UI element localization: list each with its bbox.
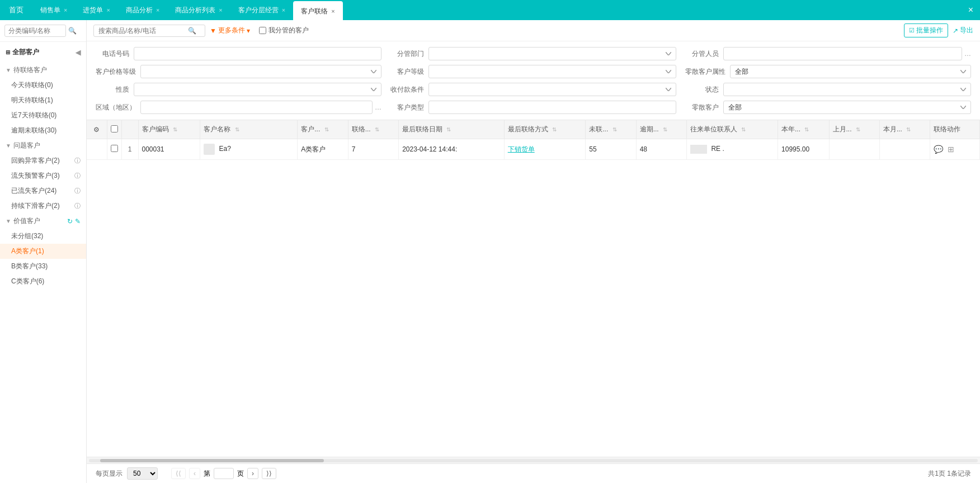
sort-code-icon[interactable]: ⇅ bbox=[173, 126, 177, 132]
content-area: 🔍 ▼ 更多条件 ▾ 我分管的客户 ☑ 批量操作 ↗ 导出 bbox=[87, 20, 980, 483]
refresh-icon[interactable]: ↻ bbox=[67, 217, 73, 225]
nav-tab-customer-segment[interactable]: 客户分层经营 × bbox=[230, 0, 293, 20]
close-analysis-list-icon[interactable]: × bbox=[219, 7, 222, 13]
filter-row-phone: 电话号码 bbox=[96, 47, 381, 60]
dept-select[interactable] bbox=[428, 47, 676, 60]
row-checkbox[interactable] bbox=[111, 145, 118, 152]
person-input[interactable] bbox=[723, 47, 962, 60]
sidebar-all-customers[interactable]: ⊞ 全部客户 ◀ bbox=[0, 44, 86, 60]
sidebar-item-churned[interactable]: 已流失客户(24) ⓘ bbox=[0, 183, 86, 198]
sidebar-search-input[interactable] bbox=[4, 25, 66, 37]
sidebar-item-class-a[interactable]: A类客户(1) bbox=[0, 244, 86, 259]
sort-tmonth-icon[interactable]: ⇅ bbox=[906, 126, 911, 132]
my-customers-checkbox[interactable]: 我分管的客户 bbox=[259, 26, 309, 35]
page-suffix: 页 bbox=[237, 469, 244, 479]
sidebar-item-tomorrow[interactable]: 明天待联络(1) bbox=[0, 93, 86, 108]
sort-unit-icon[interactable]: ⇅ bbox=[741, 126, 746, 132]
unit-contact-avatar bbox=[690, 145, 707, 154]
close-all-icon[interactable]: × bbox=[968, 5, 973, 15]
col-settings[interactable]: ⚙ bbox=[87, 120, 107, 139]
close-purchase-icon[interactable]: × bbox=[106, 7, 110, 13]
next-page-btn[interactable]: › bbox=[247, 468, 258, 479]
sidebar-item-repurchase[interactable]: 回购异常客户(2) ⓘ bbox=[0, 153, 86, 168]
chevron-down-icon: ▾ bbox=[247, 27, 250, 35]
nav-tab-analysis-list[interactable]: 商品分析列表 × bbox=[167, 0, 230, 20]
retail-attr-select[interactable]: 全部 bbox=[730, 65, 971, 78]
filter-search-icon[interactable]: 🔍 bbox=[188, 27, 196, 35]
main-layout: 🔍 ⊞ 全部客户 ◀ ▼ 待联络客户 今天待联络(0) 明天待联络(1) 近7天… bbox=[0, 20, 980, 483]
sidebar-group-value[interactable]: ▼ 价值客户 ↻ ✎ bbox=[0, 214, 86, 229]
sidebar-search-icon[interactable]: 🔍 bbox=[68, 27, 77, 35]
export-btn[interactable]: ↗ 导出 bbox=[953, 26, 973, 35]
settings-icon[interactable]: ⚙ bbox=[93, 126, 100, 134]
cust-type-input[interactable] bbox=[428, 101, 676, 114]
sort-name-icon[interactable]: ⇅ bbox=[235, 126, 239, 132]
batch-op-btn[interactable]: ☑ 批量操作 bbox=[904, 23, 948, 37]
sidebar-item-declining[interactable]: 持续下滑客户(2) ⓘ bbox=[0, 198, 86, 214]
col-type: 客户... ⇅ bbox=[298, 120, 348, 139]
col-name: 客户名称 ⇅ bbox=[200, 120, 298, 139]
filter-search-input[interactable] bbox=[98, 27, 188, 35]
nature-select[interactable] bbox=[134, 83, 381, 96]
close-contact-icon[interactable]: × bbox=[331, 8, 334, 15]
sort-year-icon[interactable]: ⇅ bbox=[804, 126, 809, 132]
region-dots-icon[interactable]: … bbox=[375, 103, 381, 111]
sort-type-icon[interactable]: ⇅ bbox=[324, 126, 329, 132]
sort-lmonth-icon[interactable]: ⇅ bbox=[856, 126, 860, 132]
sidebar-item-churn-warning[interactable]: 流失预警客户(3) ⓘ bbox=[0, 168, 86, 183]
sort-date-icon[interactable]: ⇅ bbox=[446, 126, 451, 132]
first-page-btn[interactable]: ⟨⟨ bbox=[171, 468, 186, 479]
status-select[interactable] bbox=[723, 83, 971, 96]
sidebar-collapse-icon[interactable]: ◀ bbox=[76, 49, 81, 56]
person-dots-icon[interactable]: … bbox=[964, 50, 971, 58]
payment-select[interactable] bbox=[428, 83, 676, 96]
sidebar-group-problem[interactable]: ▼ 问题客户 bbox=[0, 138, 86, 153]
horizontal-scrollbar[interactable] bbox=[87, 457, 980, 463]
sort-overdue-icon[interactable]: ⇅ bbox=[663, 126, 667, 132]
retail-select[interactable]: 全部 bbox=[723, 101, 971, 114]
row-name: Ea? bbox=[200, 139, 298, 160]
sidebar-item-class-c[interactable]: C类客户(6) bbox=[0, 274, 86, 289]
edit-value-icon[interactable]: ✎ bbox=[75, 217, 81, 225]
nav-home[interactable]: 首页 bbox=[0, 0, 32, 20]
sort-nocontact-icon[interactable]: ⇅ bbox=[613, 126, 617, 132]
scrollbar-thumb[interactable] bbox=[100, 459, 324, 462]
filter-row-payment: 收付款条件 bbox=[390, 83, 676, 96]
close-analysis-icon[interactable]: × bbox=[156, 7, 159, 13]
connect-icon[interactable]: ⊞ bbox=[948, 145, 954, 154]
filter-search-box: 🔍 bbox=[93, 25, 205, 37]
last-page-btn[interactable]: ⟩⟩ bbox=[262, 468, 276, 479]
nav-tab-analysis[interactable]: 商品分析 × bbox=[118, 0, 167, 20]
last-method-link[interactable]: 下销货单 bbox=[508, 145, 535, 153]
page-size-label: 每页显示 bbox=[96, 469, 123, 479]
sidebar-group-pending[interactable]: ▼ 待联络客户 bbox=[0, 63, 86, 78]
sidebar-item-overdue[interactable]: 逾期未联络(30) bbox=[0, 123, 86, 138]
sidebar-item-today[interactable]: 今天待联络(0) bbox=[0, 78, 86, 93]
sidebar-item-unclassified[interactable]: 未分组(32) bbox=[0, 229, 86, 244]
sort-contact-icon[interactable]: ⇅ bbox=[375, 126, 379, 132]
price-level-select[interactable] bbox=[140, 65, 381, 78]
phone-input[interactable] bbox=[134, 47, 381, 60]
col-this-month: 本月... ⇅ bbox=[879, 120, 930, 139]
sidebar-item-class-b[interactable]: B类客户(33) bbox=[0, 259, 86, 274]
action-icons-group: 💬 ⊞ bbox=[934, 145, 976, 154]
page-size-select[interactable]: 20 50 100 200 bbox=[127, 467, 158, 480]
sort-method-icon[interactable]: ⇅ bbox=[552, 126, 557, 132]
cust-level-select[interactable] bbox=[428, 65, 676, 78]
retail-label: 零散客户 bbox=[685, 103, 719, 112]
page-input[interactable]: 1 bbox=[214, 468, 234, 479]
select-all-checkbox[interactable] bbox=[111, 125, 118, 132]
close-sales-icon[interactable]: × bbox=[64, 7, 67, 13]
scrollbar-track bbox=[89, 459, 978, 462]
prev-page-btn[interactable]: ‹ bbox=[189, 468, 200, 479]
nav-close-all[interactable]: × bbox=[968, 5, 980, 15]
close-segment-icon[interactable]: × bbox=[282, 7, 285, 13]
nav-tab-purchase[interactable]: 进货单 × bbox=[75, 0, 117, 20]
nav-tab-customer-contact[interactable]: 客户联络 × bbox=[293, 1, 342, 21]
nav-tab-sales[interactable]: 销售单 × bbox=[32, 0, 75, 20]
filter-more-btn[interactable]: ▼ 更多条件 ▾ bbox=[210, 26, 250, 35]
my-customers-check[interactable] bbox=[259, 27, 266, 34]
region-input[interactable] bbox=[140, 101, 373, 114]
sidebar-item-7days[interactable]: 近7天待联络(0) bbox=[0, 108, 86, 123]
chat-icon[interactable]: 💬 bbox=[934, 145, 943, 154]
